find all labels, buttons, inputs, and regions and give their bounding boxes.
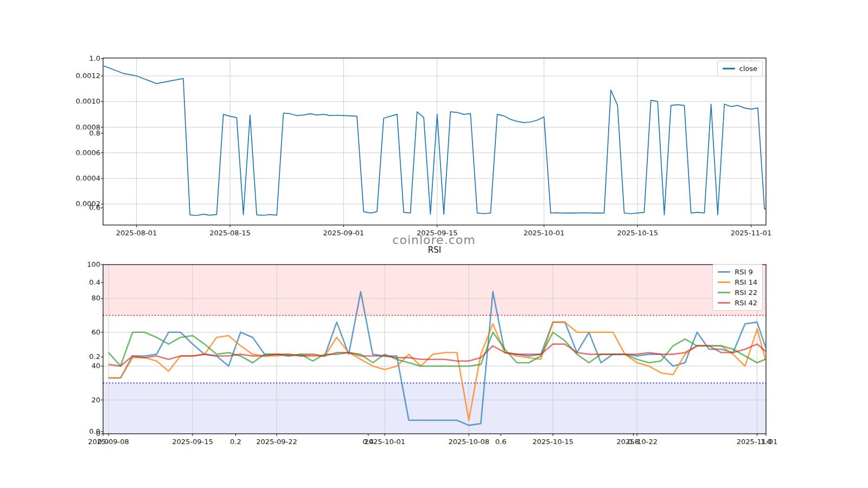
overlay-y-tick-label: 1.0 [89,54,100,63]
close-line-swatch [723,68,735,69]
rsi22-legend-label: RSI 22 [735,287,757,298]
price-x-tick-label: 2025-08-01 [116,228,157,238]
overlay-x-tick-label: 0.8 [628,437,639,447]
price-x-tick-label: 2025-08-15 [209,228,251,238]
figure: 2025-08-012025-08-152025-09-012025-09-15… [0,0,868,488]
price-x-tick-label: 2025-10-15 [617,228,658,238]
overlay-y-tick-label: 0.6 [89,203,100,213]
rsi-y-tick-label: 40 [91,361,100,371]
overlay-y-tick-label: 0.2 [89,352,100,362]
rsi-x-tick-label: 2025-09-15 [172,437,213,447]
rsi-y-tick-label: 100 [87,260,100,269]
close-legend: close [717,61,763,76]
overlay-y-tick-label: 0.4 [89,278,100,287]
rsi14-line-swatch [718,281,730,283]
overlay-x-tick-label: 0.4 [362,437,374,447]
price-y-tick-label: 0.0010 [76,97,101,106]
legend-entry-rsi22: RSI 22 [718,287,757,298]
price-x-tick-label: 2025-11-01 [731,228,772,238]
rsi-y-tick-label: 60 [91,328,100,337]
rsi42-legend-label: RSI 42 [735,298,757,308]
rsi9-line-swatch [718,271,730,273]
rsi-x-tick-label: 2025-10-15 [532,437,573,447]
overlay-x-tick-label: 0.6 [495,437,507,447]
price-x-tick-label: 2025-09-01 [323,228,365,238]
overlay-y-tick-label: 0.8 [89,129,100,138]
rsi22-line-swatch [718,292,730,293]
overlay-y-tick-label: 0.0 [89,427,100,436]
rsi-y-tick-label: 20 [91,395,100,405]
legend-entry-rsi42: RSI 42 [718,298,757,308]
legend-entry-close: close [723,63,757,74]
legend-entry-rsi9: RSI 9 [718,267,757,277]
price-y-tick-label: 0.0012 [76,71,101,81]
legend-entry-rsi14: RSI 14 [718,277,757,287]
rsi-y-tick-label: 80 [91,293,100,303]
rsi-legend: RSI 9 RSI 14 RSI 22 RSI 42 [712,264,763,311]
price-x-tick-label: 2025-10-01 [524,228,565,238]
rsi9-legend-label: RSI 9 [735,267,753,277]
overlay-x-tick-label: 0.0 [98,437,109,447]
rsi-x-tick-label: 2025-09-22 [256,437,297,447]
overlay-x-tick-label: 0.2 [230,437,241,447]
rsi-chart-title: RSI [428,245,441,255]
price-y-tick-label: 0.0004 [76,174,101,183]
overlay-x-tick-label: 1.0 [761,437,772,447]
rsi42-line-swatch [718,302,730,304]
price-y-tick-label: 0.0006 [76,148,101,158]
rsi-x-tick-label: 2025-10-08 [448,437,489,447]
close-legend-label: close [739,63,757,74]
rsi14-legend-label: RSI 14 [735,277,757,287]
